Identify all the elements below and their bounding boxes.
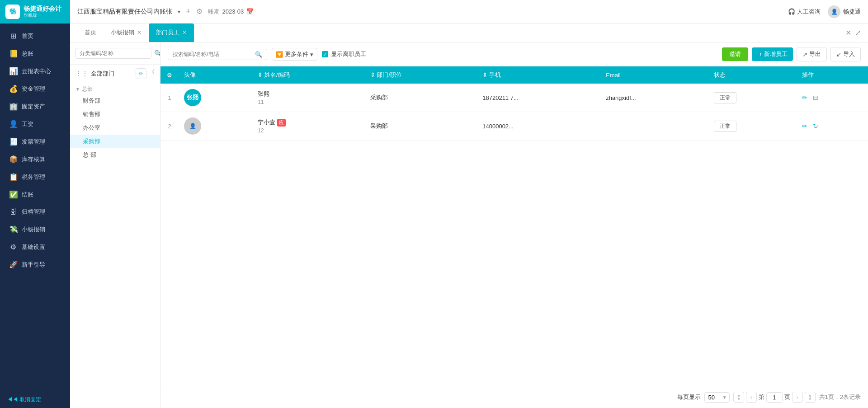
sidebar-item-label: 发票管理 [22, 138, 45, 146]
th-dept-position[interactable]: ⇕ 部门/职位 [365, 66, 477, 84]
phone-cell-2: 14000002... [477, 112, 600, 141]
sidebar-item-label: 结账 [22, 191, 33, 199]
sidebar-item-assets[interactable]: 🏢 固定资产 [0, 98, 70, 115]
tax-icon: 📋 [9, 173, 17, 181]
dept-search-box: 🔍 [70, 42, 160, 65]
sidebar-item-inventory[interactable]: 📦 库存核算 [0, 150, 70, 168]
logout-employee-1[interactable]: ⊟ [813, 94, 818, 101]
sidebar-item-funds[interactable]: 💰 资金管理 [0, 80, 70, 98]
sidebar-item-reports[interactable]: 📊 云报表中心 [0, 62, 70, 80]
edit-employee-1[interactable]: ✏ [802, 94, 807, 101]
sidebar-item-expense[interactable]: 💸 小畅报销 [0, 220, 70, 238]
headset-icon: 🎧 [788, 8, 795, 15]
company-name: 江西服宝精品有限责任公司内账张 [77, 8, 172, 16]
dept-child-sales[interactable]: 销售部 [70, 108, 160, 121]
home-icon: ⊞ [9, 32, 17, 40]
sidebar-item-home[interactable]: ⊞ 首页 [0, 27, 70, 45]
add-employee-button[interactable]: + 新增员工 [752, 47, 793, 61]
action-icons-1: ✏ ⊟ [802, 94, 863, 101]
employee-search-input[interactable] [173, 51, 252, 57]
invite-button[interactable]: 邀请 [722, 47, 748, 61]
last-page-button[interactable]: ⟫ [805, 392, 816, 403]
tab-expand-icon[interactable]: ⤢ [855, 28, 861, 37]
import-label: 导入 [843, 50, 855, 58]
dept-child-finance[interactable]: 财务部 [70, 94, 160, 108]
sidebar-nav: ⊞ 首页 📒 总账 📊 云报表中心 💰 资金管理 🏢 固定资产 👤 工资 🧾 发… [0, 23, 70, 391]
tab-department[interactable]: 部门员工 ✕ [149, 23, 194, 42]
page-input[interactable] [766, 392, 783, 403]
prev-page-button[interactable]: ‹ [746, 392, 757, 403]
sidebar-unpin-button[interactable]: ◀◀ 取消固定 [0, 391, 70, 408]
page-unit: 页 [784, 393, 790, 401]
dept-search-input[interactable] [75, 48, 151, 59]
tab-expense-close[interactable]: ✕ [137, 29, 142, 36]
service-label: 人工咨询 [797, 8, 821, 16]
tab-expense[interactable]: 小畅报销 ✕ [104, 23, 149, 42]
employee-search-box: 🔍 [168, 49, 267, 60]
edit-dept-button[interactable]: ✏ [136, 68, 146, 79]
row-num-1: 1 [160, 84, 179, 112]
tabs-actions: ✕ ⤢ [845, 28, 861, 37]
avatar-icon: 👤 [831, 9, 838, 15]
sidebar-logo: 畅 畅捷通好会计 旗舰版 [0, 0, 70, 23]
topbar-settings-icon[interactable]: ⚙ [196, 7, 203, 16]
tab-home[interactable]: 首页 [77, 23, 104, 42]
import-button[interactable]: ↙ 导入 [830, 47, 861, 61]
th-name-code[interactable]: ⇕ 姓名/编码 [252, 66, 364, 84]
all-dept-button[interactable]: ⋮⋮ 全部部门 [75, 70, 114, 78]
status-cell-2: 正常 [708, 112, 797, 141]
sidebar-item-label: 资金管理 [22, 85, 45, 93]
service-button[interactable]: 🎧 人工咨询 [788, 8, 821, 16]
more-filter-button[interactable]: 🔽 更多条件 ▾ [272, 48, 317, 61]
show-resign-label: 显示离职员工 [331, 50, 366, 58]
per-page-select[interactable]: 50 20 100 [704, 392, 730, 403]
calendar-icon[interactable]: 📅 [246, 8, 254, 15]
dept-child-purchase[interactable]: 采购部 [70, 135, 160, 148]
add-company-button[interactable]: + [186, 7, 191, 16]
show-resign-toggle[interactable]: ✓ 显示离职员工 [322, 50, 366, 58]
dept-action-buttons: ✏ 《 [136, 68, 155, 79]
export-button[interactable]: ↗ 导出 [797, 47, 827, 61]
sidebar-item-label: 基础设置 [22, 243, 45, 251]
topbar: 江西服宝精品有限责任公司内账张 ▾ + ⚙ 账期 2023-03 📅 🎧 人工咨… [70, 0, 868, 23]
collapse-dept-button[interactable]: 《 [149, 68, 155, 79]
sidebar-item-invoice[interactable]: 🧾 发票管理 [0, 133, 70, 150]
th-email: Email [600, 66, 708, 84]
sidebar-item-guide[interactable]: 🚀 新手引导 [0, 256, 70, 273]
user-menu[interactable]: 👤 畅捷通 [828, 5, 861, 18]
sidebar-item-settings[interactable]: ⚙ 基础设置 [0, 238, 70, 256]
sidebar-item-checkout[interactable]: ✅ 结账 [0, 186, 70, 203]
dept-header: ⋮⋮ 全部部门 ✏ 《 [70, 65, 160, 83]
company-dropdown-icon[interactable]: ▾ [178, 9, 180, 15]
dept-child-office[interactable]: 办公室 [70, 121, 160, 135]
page-content: 🔍 ⋮⋮ 全部部门 ✏ 《 ▼ 总部 财务部 销售部 办公室 [70, 42, 868, 408]
add-employee-label: + 新增员工 [759, 50, 788, 58]
dept-cell-1: 采购部 [365, 84, 477, 112]
sidebar-item-label: 工资 [22, 120, 33, 128]
edit-employee-2[interactable]: ✏ [802, 122, 807, 130]
th-settings[interactable]: ⚙ [160, 66, 179, 84]
period-value: 2023-03 [222, 8, 244, 15]
next-page-button[interactable]: › [792, 392, 803, 403]
employee-panel: 🔍 🔽 更多条件 ▾ ✓ 显示离职员工 邀请 + 新增员工 [160, 42, 868, 408]
employee-search-icon[interactable]: 🔍 [255, 51, 262, 58]
sidebar-item-label: 归档管理 [22, 208, 45, 216]
sidebar-item-label: 云报表中心 [22, 67, 51, 75]
dept-parent-zongbu: ▼ 总部 [70, 83, 160, 94]
tab-department-close[interactable]: ✕ [182, 29, 187, 36]
th-phone[interactable]: ⇕ 手机 [477, 66, 600, 84]
dept-search-icon[interactable]: 🔍 [154, 50, 160, 57]
sidebar-item-ledger[interactable]: 📒 总账 [0, 45, 70, 62]
sidebar-item-tax[interactable]: 📋 税务管理 [0, 168, 70, 186]
emp-name-row-2: 宁小壹 应 [258, 118, 359, 127]
settings-icon: ⚙ [9, 243, 17, 251]
tab-close-all-icon[interactable]: ✕ [845, 28, 851, 37]
first-page-button[interactable]: ⟪ [733, 392, 744, 403]
sidebar-item-salary[interactable]: 👤 工资 [0, 115, 70, 133]
avatar-cell-2: 👤 [179, 112, 252, 141]
refresh-employee-2[interactable]: ↻ [813, 122, 818, 130]
dept-child-general[interactable]: 总 部 [70, 148, 160, 162]
status-cell-1: 正常 [708, 84, 797, 112]
show-resign-checkbox[interactable]: ✓ [322, 51, 328, 57]
sidebar-item-archive[interactable]: 🗄 归档管理 [0, 203, 70, 220]
